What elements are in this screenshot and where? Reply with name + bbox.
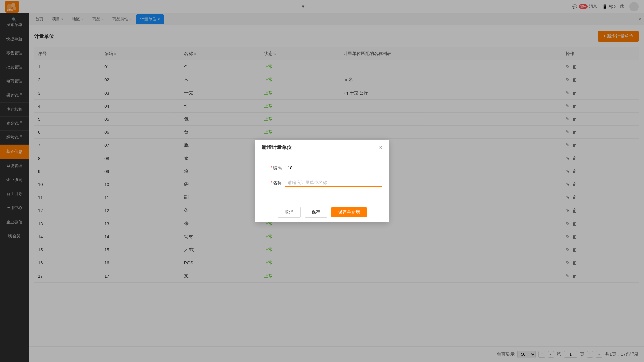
modal-body: *编码 *名称 <box>255 156 389 202</box>
cancel-button[interactable]: 取消 <box>278 207 301 218</box>
name-required-star: * <box>271 180 272 185</box>
modal-title: 新增计量单位 <box>262 144 292 151</box>
modal-header: 新增计量单位 × <box>255 140 389 156</box>
form-row-code: *编码 <box>262 164 382 172</box>
add-unit-modal: 新增计量单位 × *编码 *名称 取消 保存 保存并新增 <box>255 140 389 222</box>
modal-close-btn[interactable]: × <box>379 145 382 151</box>
save-button[interactable]: 保存 <box>305 207 327 218</box>
code-label: *编码 <box>262 165 282 171</box>
modal-footer: 取消 保存 保存并新增 <box>255 202 389 222</box>
form-row-name: *名称 <box>262 179 382 187</box>
save-and-new-button[interactable]: 保存并新增 <box>331 207 367 217</box>
name-input[interactable] <box>285 179 382 187</box>
code-input[interactable] <box>285 164 382 172</box>
name-label: *名称 <box>262 180 282 186</box>
code-required-star: * <box>271 165 272 170</box>
modal-overlay[interactable]: 新增计量单位 × *编码 *名称 取消 保存 保存并新增 <box>0 0 644 362</box>
